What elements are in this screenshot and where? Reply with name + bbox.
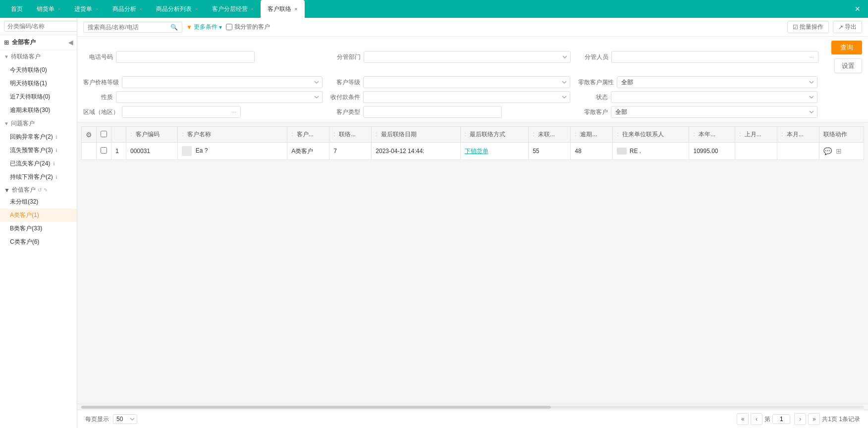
- nav-item-analysis[interactable]: 商品分析 ×: [106, 0, 149, 18]
- sidebar-item-a-class[interactable]: A类客户(1): [0, 209, 77, 222]
- horizontal-scrollbar[interactable]: [77, 404, 868, 410]
- nav-item-home[interactable]: 首页: [4, 0, 30, 18]
- nav-item-customer-contact[interactable]: 客户联络 ×: [261, 0, 304, 18]
- sidebar-search-input[interactable]: [4, 21, 77, 32]
- gear-button[interactable]: ⚙: [86, 131, 92, 139]
- page-prev-btn[interactable]: ‹: [751, 413, 762, 425]
- customer-avatar: [182, 146, 192, 156]
- area-label: 区域（地区）: [83, 108, 119, 116]
- nav-customer-seg-close[interactable]: ×: [251, 6, 254, 12]
- last-method-link[interactable]: 下销货单: [465, 148, 488, 155]
- person-arrow[interactable]: ···: [810, 54, 814, 60]
- sidebar-item-churn-warning[interactable]: 流失预警客户(3) ℹ: [0, 144, 77, 157]
- page-next-btn[interactable]: ›: [794, 413, 806, 425]
- nature-label: 性质: [83, 93, 113, 102]
- scroll-thumb[interactable]: [81, 406, 551, 409]
- table-row: 1 000031 Ea ? A类客户 7: [82, 143, 864, 160]
- col-last-month: : 上月...: [735, 127, 777, 143]
- sidebar-section-pending[interactable]: ▼ 待联络客户: [0, 50, 77, 63]
- customer-type-input[interactable]: [363, 106, 502, 118]
- nav-purchase-close[interactable]: ×: [95, 6, 98, 12]
- my-customers-check-input[interactable]: [226, 24, 232, 30]
- retail-attr-select[interactable]: 全部: [617, 76, 817, 88]
- export-button[interactable]: ↗ 导出: [833, 21, 862, 33]
- dept-select[interactable]: [364, 51, 571, 63]
- sidebar-item-overdue[interactable]: 逾期未联络(30): [0, 104, 77, 117]
- col-code: : 客户编码: [126, 127, 178, 143]
- filter-icon: ▼: [186, 24, 192, 31]
- problem-arrow: ▼: [4, 121, 9, 126]
- filter-cell-payment: 收付款条件: [326, 91, 574, 103]
- nav-item-purchase[interactable]: 进货单 ×: [67, 0, 105, 18]
- query-button[interactable]: 查询: [831, 41, 862, 54]
- person-input[interactable]: [616, 54, 810, 60]
- value-edit-icon[interactable]: ✎: [44, 187, 48, 193]
- my-customers-checkbox[interactable]: 我分管的客户: [226, 23, 270, 31]
- value-refresh-icon[interactable]: ↺: [38, 187, 42, 193]
- batch-op-button[interactable]: ☑ 批量操作: [787, 21, 829, 33]
- customer-level-select[interactable]: [363, 76, 570, 88]
- abnormal-info-icon: ℹ: [55, 134, 57, 140]
- sidebar-item-c-class[interactable]: C类客户(6): [0, 235, 77, 249]
- retail-select[interactable]: 全部: [611, 106, 817, 118]
- sidebar-item-declining[interactable]: 持续下滑客户(2) ℹ: [0, 170, 77, 184]
- total-info: 共1页 1条记录: [822, 415, 860, 424]
- action-chat-icon[interactable]: 💬: [823, 147, 832, 155]
- nav-customer-contact-close[interactable]: ×: [294, 6, 297, 12]
- phone-label: 电话号码: [83, 53, 113, 61]
- sidebar-collapse-icon[interactable]: ◀: [68, 39, 73, 46]
- sidebar-item-abnormal[interactable]: 回购异常客户(2) ℹ: [0, 130, 77, 144]
- page-input[interactable]: [772, 414, 790, 424]
- filter-cell-area: 区域（地区） ···: [83, 106, 326, 118]
- nav-sales-close[interactable]: ×: [57, 6, 60, 12]
- page-size-select[interactable]: 20 50 100: [113, 414, 137, 424]
- select-all-checkbox[interactable]: [101, 131, 107, 137]
- sidebar-section-value[interactable]: ▼ 价值客户 ↺ ✎: [0, 184, 77, 195]
- sidebar-item-tomorrow[interactable]: 明天待联络(1): [0, 77, 77, 90]
- filter-cell-retail-attr: 零散客户属性 全部: [574, 76, 862, 88]
- filter-cell-nature: 性质: [83, 91, 326, 103]
- status-select[interactable]: [611, 91, 817, 103]
- sidebar-section-problem[interactable]: ▼ 问题客户: [0, 117, 77, 130]
- retail-attr-label: 零散客户属性: [578, 78, 614, 87]
- filter-search-icon[interactable]: 🔍: [170, 24, 178, 31]
- sidebar-item-b-class[interactable]: B类客户(33): [0, 222, 77, 235]
- nature-select[interactable]: [116, 91, 323, 103]
- content-area: 🔍 ▼ 更多条件 ▾ 我分管的客户 ☑ 批量操作 ↗ 导出: [77, 18, 868, 428]
- person-input-box: ···: [611, 51, 818, 63]
- sidebar-item-unclassified[interactable]: 未分组(32): [0, 195, 77, 209]
- nav-close-all[interactable]: ×: [851, 4, 864, 14]
- area-input-box: ···: [122, 106, 241, 118]
- area-input[interactable]: [126, 108, 229, 115]
- customer-level-label: 客户等级: [330, 78, 360, 87]
- col-name: : 客户名称: [178, 127, 287, 143]
- payment-select[interactable]: [363, 91, 570, 103]
- sidebar-item-7days[interactable]: 近7天待联络(0): [0, 90, 77, 104]
- col-action: 联络动作: [819, 127, 864, 143]
- area-dots[interactable]: ···: [231, 108, 236, 115]
- page-last-btn[interactable]: »: [808, 413, 820, 425]
- sidebar-item-today[interactable]: 今天待联络(0): [0, 63, 77, 77]
- nav-item-sales[interactable]: 销货单 ×: [30, 0, 67, 18]
- action-more-icon[interactable]: ⊞: [836, 147, 842, 155]
- filter-search-input[interactable]: [88, 24, 170, 31]
- filter-more-arrow: ▾: [219, 24, 222, 31]
- person-label: 分管人员: [579, 53, 608, 61]
- row-last-date-cell: 2023-04-12 14:44:: [372, 143, 460, 160]
- nav-item-customer-seg[interactable]: 客户分层经营 ×: [205, 0, 261, 18]
- page-first-btn[interactable]: «: [737, 413, 749, 425]
- row-check-cell: [97, 143, 111, 160]
- row-checkbox[interactable]: [101, 147, 107, 154]
- price-level-select[interactable]: [122, 76, 323, 88]
- nav-analysis-list-close[interactable]: ×: [195, 6, 198, 12]
- setting-button[interactable]: 设置: [834, 58, 862, 73]
- row-this-month-cell: [777, 143, 819, 160]
- nav-customer-seg-label: 客户分层经营: [212, 5, 248, 13]
- sidebar-item-lost[interactable]: 已流失客户(24) ℹ: [0, 157, 77, 170]
- phone-input[interactable]: [116, 51, 255, 63]
- scroll-track[interactable]: [81, 406, 864, 409]
- nav-item-analysis-list[interactable]: 商品分析列表 ×: [149, 0, 205, 18]
- row-gear-cell: [82, 143, 97, 160]
- filter-more-btn[interactable]: ▼ 更多条件 ▾: [186, 23, 222, 31]
- nav-analysis-close[interactable]: ×: [139, 6, 142, 12]
